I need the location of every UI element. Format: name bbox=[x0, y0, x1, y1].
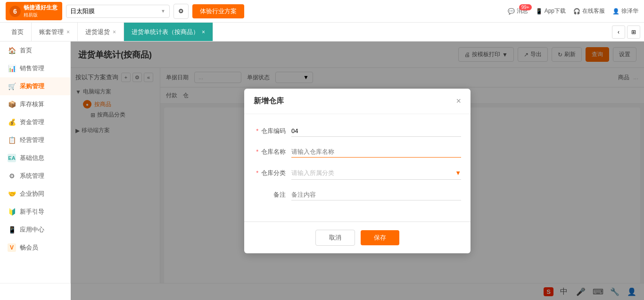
note-label: 备注 bbox=[254, 191, 291, 199]
settings-icon[interactable]: ⚙ bbox=[173, 4, 189, 19]
tab-home[interactable]: 首页 bbox=[4, 23, 32, 41]
category-chevron-icon: ▼ bbox=[455, 169, 461, 176]
sidebar-item-enterprise[interactable]: 🤝 企业协同 bbox=[0, 185, 70, 203]
content-area: 进货单统计(按商品) 🖨 按模板打印 ▼ ↗ 导出 ↻ 刷新 查询 bbox=[71, 42, 644, 300]
inventory-icon: 📦 bbox=[8, 100, 16, 108]
name-input[interactable] bbox=[291, 146, 461, 158]
tab-prev-button[interactable]: ‹ bbox=[612, 25, 625, 39]
trial-button[interactable]: 体验行业方案 bbox=[192, 4, 244, 18]
name-label: * 仓库名称 bbox=[254, 148, 291, 156]
tab-bar: 首页 账套管理 × 进货退货 × 进货单统计表（按商品） × ‹ ⊞ bbox=[0, 23, 644, 42]
tab-controls: ‹ ⊞ bbox=[612, 25, 640, 39]
enterprise-icon: 🤝 bbox=[8, 190, 16, 198]
sidebar: 🏠 首页 📊 销售管理 🛒 采购管理 📦 库存核算 💰 资金管理 📋 经营管理 … bbox=[0, 42, 71, 300]
modal-title: 新增仓库 bbox=[254, 96, 284, 106]
headset-icon: 🎧 bbox=[573, 8, 580, 15]
tab-purchase-return[interactable]: 进货退货 × bbox=[78, 23, 124, 41]
system-icon: ⚙ bbox=[8, 172, 16, 180]
tab-expand-button[interactable]: ⊞ bbox=[627, 25, 640, 39]
tab-account[interactable]: 账套管理 × bbox=[32, 23, 78, 41]
app-icon: 📱 bbox=[8, 225, 16, 234]
top-bar: 6 畅捷通好生意 精易版 日太阳膜 ▼ ⚙ 体验行业方案 💬 消息 99+ 📱 … bbox=[0, 0, 644, 23]
sidebar-item-member[interactable]: V 畅会员 bbox=[0, 239, 70, 257]
purchase-icon: 🛒 bbox=[8, 82, 16, 91]
logo-area: 6 畅捷通好生意 精易版 bbox=[6, 2, 62, 20]
code-label: * 仓库编码 bbox=[254, 127, 291, 135]
logo-text: 畅捷通好生意 精易版 bbox=[24, 4, 58, 18]
modal-header: 新增仓库 × bbox=[244, 89, 471, 114]
modal-close-button[interactable]: × bbox=[456, 96, 461, 106]
sidebar-item-finance[interactable]: 💰 资金管理 bbox=[0, 113, 70, 131]
finance-icon: 💰 bbox=[8, 118, 16, 126]
modal-overlay: 新增仓库 × * 仓库编码 * bbox=[71, 42, 644, 300]
user-icon: 👤 bbox=[612, 8, 619, 15]
cancel-button[interactable]: 取消 bbox=[315, 230, 355, 246]
member-icon: V bbox=[8, 243, 16, 252]
sidebar-item-operations[interactable]: 📋 经营管理 bbox=[0, 131, 70, 149]
tab-close-purchase-stats[interactable]: × bbox=[202, 29, 205, 35]
form-row-note: 备注 bbox=[254, 189, 461, 200]
tab-close-purchase-return[interactable]: × bbox=[113, 29, 116, 35]
modal-body: * 仓库编码 * 仓库名称 bbox=[244, 114, 471, 221]
phone-icon: 📱 bbox=[536, 8, 543, 15]
chevron-down-icon: ▼ bbox=[161, 8, 165, 14]
main-layout: 🏠 首页 📊 销售管理 🛒 采购管理 📦 库存核算 💰 资金管理 📋 经营管理 … bbox=[0, 42, 644, 300]
form-row-code: * 仓库编码 bbox=[254, 125, 461, 137]
message-icon: 💬 bbox=[508, 8, 515, 15]
category-label: * 仓库分类 bbox=[254, 169, 291, 177]
modal-footer: 取消 保存 bbox=[244, 222, 471, 253]
sidebar-item-inventory[interactable]: 📦 库存核算 bbox=[0, 95, 70, 113]
sidebar-item-sales[interactable]: 📊 销售管理 bbox=[0, 59, 70, 77]
user-menu[interactable]: 👤 徐泽华 bbox=[612, 7, 638, 15]
tab-purchase-stats[interactable]: 进货单统计表（按商品） × bbox=[124, 23, 213, 41]
note-input[interactable] bbox=[291, 189, 461, 200]
sidebar-item-purchase[interactable]: 🛒 采购管理 bbox=[0, 77, 70, 95]
app-download-button[interactable]: 📱 App下载 bbox=[536, 7, 566, 15]
sidebar-item-app[interactable]: 📱 应用中心 bbox=[0, 221, 70, 239]
store-selector[interactable]: 日太阳膜 ▼ bbox=[66, 5, 170, 18]
add-warehouse-modal: 新增仓库 × * 仓库编码 * bbox=[244, 89, 471, 253]
home-icon: 🏠 bbox=[8, 46, 16, 55]
category-select[interactable]: 请输入所属分类 ▼ bbox=[291, 167, 461, 180]
message-button[interactable]: 💬 消息 99+ bbox=[508, 7, 528, 15]
code-input[interactable] bbox=[291, 125, 461, 137]
online-service-button[interactable]: 🎧 在线客服 bbox=[573, 7, 605, 15]
logo-icon: 6 bbox=[9, 6, 21, 17]
basic-info-icon: EA bbox=[8, 154, 16, 162]
sidebar-item-basic-info[interactable]: EA 基础信息 bbox=[0, 149, 70, 167]
sidebar-item-guide[interactable]: 🔰 新手引导 bbox=[0, 203, 70, 221]
save-button[interactable]: 保存 bbox=[361, 230, 399, 245]
sidebar-item-system[interactable]: ⚙ 系统管理 bbox=[0, 167, 70, 185]
top-right-actions: 💬 消息 99+ 📱 App下载 🎧 在线客服 👤 徐泽华 bbox=[508, 7, 638, 15]
sidebar-item-home[interactable]: 🏠 首页 bbox=[0, 42, 70, 59]
operations-icon: 📋 bbox=[8, 136, 16, 144]
guide-icon: 🔰 bbox=[8, 208, 16, 216]
form-row-name: * 仓库名称 bbox=[254, 146, 461, 158]
tab-close-account[interactable]: × bbox=[66, 29, 70, 35]
form-row-category: * 仓库分类 请输入所属分类 ▼ bbox=[254, 167, 461, 180]
sales-icon: 📊 bbox=[8, 64, 16, 73]
